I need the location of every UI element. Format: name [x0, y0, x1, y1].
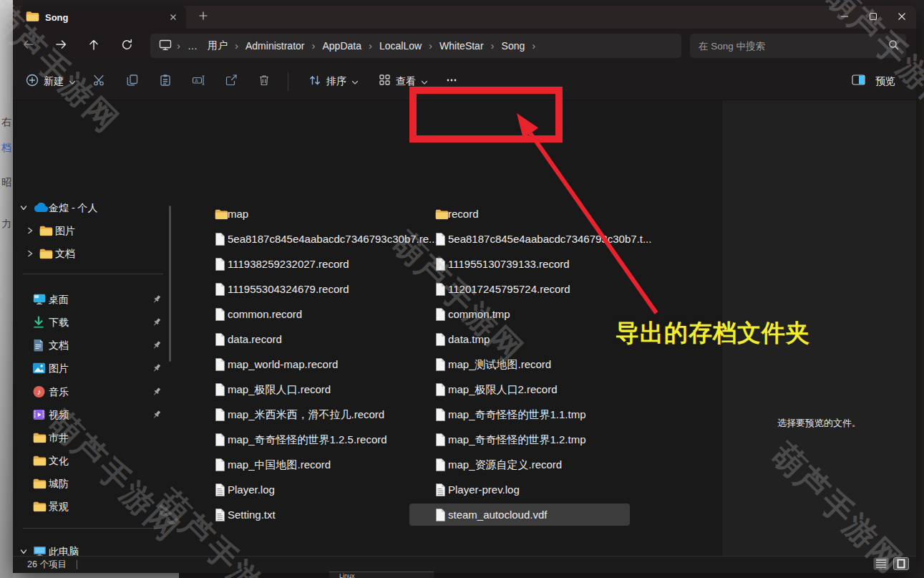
file-item[interactable]: Player-prev.log: [409, 478, 630, 501]
sidebar-item-music[interactable]: ♪音乐: [16, 381, 169, 403]
file-icon: [215, 232, 225, 246]
sidebar-item-folder[interactable]: 文化: [16, 450, 169, 471]
refresh-icon: [121, 39, 133, 54]
file-item[interactable]: 111938259232027.record: [209, 253, 404, 275]
file-item[interactable]: map_米西米西，滑不拉几.record: [209, 403, 404, 425]
sidebar-item-document[interactable]: 文档: [16, 334, 169, 356]
file-item[interactable]: 112017245795724.record: [409, 278, 630, 300]
breadcrumb-item[interactable]: Administrator: [240, 38, 309, 54]
file-name: record: [448, 203, 479, 225]
file-lines-icon: [435, 483, 446, 496]
monitor-icon: [159, 39, 172, 53]
tab-strip: Song: [13, 6, 916, 29]
file-item[interactable]: data.record: [209, 328, 404, 350]
chevron-down-icon: [20, 204, 27, 211]
view-label: 查看: [396, 75, 416, 88]
folder-item[interactable]: map: [209, 203, 404, 225]
file-item[interactable]: map_极限人口2.record: [409, 378, 630, 400]
breadcrumb-item[interactable]: AppData: [317, 38, 366, 54]
up-button[interactable]: [82, 34, 106, 58]
share-button[interactable]: [215, 69, 248, 95]
file-item[interactable]: map_奇奇怪怪的世界1.1.tmp: [409, 403, 630, 425]
file-item[interactable]: data.tmp: [409, 328, 630, 350]
view-grid-icon: [379, 74, 391, 89]
sidebar-item-label: 文档: [55, 243, 75, 264]
close-button[interactable]: [887, 6, 916, 29]
search-box[interactable]: [690, 34, 906, 58]
file-item[interactable]: 111955130739133.record: [409, 253, 630, 275]
large-icons-view-icon[interactable]: [893, 557, 909, 573]
rename-button[interactable]: A: [182, 69, 215, 95]
search-icon: [888, 40, 899, 52]
file-item[interactable]: common.tmp: [409, 303, 630, 325]
breadcrumb-item[interactable]: WhiteStar: [434, 38, 488, 54]
sort-icon: [308, 74, 321, 89]
copy-icon: [126, 74, 139, 90]
breadcrumb-item[interactable]: LocalLow: [374, 38, 427, 54]
sidebar-item-folder[interactable]: 图片: [16, 220, 169, 241]
music-icon: ♪: [33, 386, 45, 398]
maximize-button[interactable]: [859, 6, 887, 29]
file-item[interactable]: common.record: [209, 303, 404, 325]
breadcrumb-overflow[interactable]: …: [183, 38, 203, 54]
file-item[interactable]: Setting.txt: [209, 504, 404, 526]
file-item[interactable]: steam_autocloud.vdf: [409, 504, 630, 526]
chevron-right-icon: ›: [309, 39, 317, 53]
desktop-icon: [33, 294, 46, 305]
file-name: Setting.txt: [228, 504, 276, 526]
forward-button[interactable]: [49, 34, 73, 58]
sidebar-item-folder[interactable]: 文档: [16, 243, 169, 264]
file-item[interactable]: map_中国地图.record: [209, 453, 404, 476]
sidebar-item-folder[interactable]: 市井: [16, 427, 169, 448]
breadcrumb-item[interactable]: Song: [497, 38, 530, 54]
pin-icon: [152, 410, 162, 420]
tab-close-button[interactable]: [166, 10, 180, 24]
sort-button[interactable]: 排序: [301, 70, 366, 93]
file-item[interactable]: map_测试地图.record: [409, 353, 630, 375]
sidebar-item-onedrive[interactable]: 金煌 - 个人: [16, 197, 169, 218]
details-view-icon[interactable]: [873, 557, 889, 573]
breadcrumb-item[interactable]: 用户: [203, 37, 233, 54]
new-button[interactable]: 新建: [19, 69, 83, 94]
sidebar-item-download[interactable]: 下载: [16, 312, 169, 333]
file-item[interactable]: map_奇奇怪怪的世界1.2.5.record: [209, 428, 404, 451]
more-options-button[interactable]: [435, 69, 468, 95]
background-text: 档: [1, 142, 11, 155]
copy-button[interactable]: [116, 69, 149, 95]
paste-button[interactable]: [149, 69, 182, 95]
file-item[interactable]: Player.log: [209, 478, 404, 501]
grid-view-icon: [893, 557, 909, 573]
file-item[interactable]: map_world-map.record: [209, 353, 404, 375]
minimize-button[interactable]: [830, 6, 859, 29]
search-input[interactable]: [697, 40, 888, 52]
refresh-button[interactable]: [115, 34, 139, 58]
file-icon: [215, 433, 225, 446]
tab-song[interactable]: Song: [20, 6, 186, 29]
new-tab-button[interactable]: [193, 9, 213, 26]
file-name: 111955130739133.record: [448, 253, 570, 275]
back-button[interactable]: [16, 34, 40, 58]
folder-item[interactable]: record: [409, 203, 630, 225]
sidebar-item-desktop[interactable]: 桌面: [16, 289, 169, 310]
view-button[interactable]: 查看: [371, 69, 435, 93]
preview-toggle[interactable]: 预览: [852, 74, 900, 88]
status-bar: 26 个项目: [13, 556, 916, 573]
cut-button[interactable]: [83, 69, 116, 95]
background-text: 右: [1, 116, 11, 129]
delete-button[interactable]: [248, 69, 281, 95]
sidebar-scrollbar[interactable]: [169, 206, 171, 362]
sidebar-item-folder[interactable]: 景观: [16, 496, 169, 517]
file-item[interactable]: map_极限人口.record: [209, 378, 404, 400]
download-icon: [33, 317, 44, 329]
sidebar-item-folder[interactable]: 城防: [16, 473, 169, 494]
breadcrumb[interactable]: ›…用户›Administrator›AppData›LocalLow›Whit…: [150, 34, 681, 58]
sidebar-item-pictures[interactable]: 图片: [16, 357, 169, 379]
file-item[interactable]: 5ea8187c845e4aabacdc7346793c30b7.t...: [409, 228, 630, 250]
sidebar-item-video[interactable]: 视频: [16, 404, 169, 425]
file-item[interactable]: 111955304324679.record: [209, 278, 404, 300]
file-item[interactable]: 5ea8187c845e4aabacdc7346793c30b7.re...: [209, 228, 404, 250]
pin-icon: [152, 294, 162, 304]
file-item[interactable]: map_奇奇怪怪的世界1.2.tmp: [409, 428, 630, 451]
file-name: Player-prev.log: [448, 478, 520, 501]
file-item[interactable]: map_资源自定义.record: [409, 453, 630, 476]
